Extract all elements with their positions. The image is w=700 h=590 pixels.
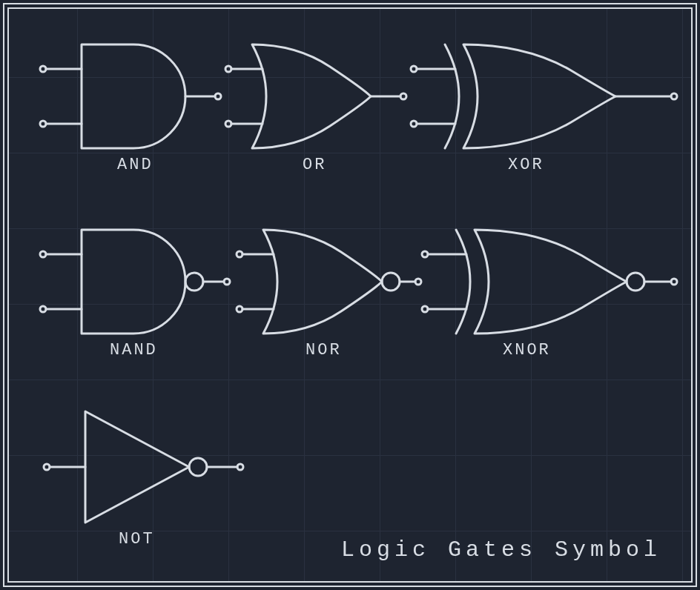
svg-point-9 <box>225 121 231 127</box>
svg-point-39 <box>189 458 207 476</box>
svg-point-36 <box>422 306 428 312</box>
svg-point-11 <box>400 93 406 99</box>
svg-point-13 <box>411 66 417 72</box>
svg-point-18 <box>185 273 203 291</box>
svg-point-34 <box>422 251 428 257</box>
gates-canvas <box>0 0 700 590</box>
svg-point-32 <box>627 273 644 291</box>
svg-point-17 <box>671 93 677 99</box>
svg-point-3 <box>40 121 46 127</box>
svg-point-27 <box>237 251 242 257</box>
svg-point-29 <box>237 306 242 312</box>
svg-point-15 <box>411 121 417 127</box>
and-gate-symbol <box>40 44 221 148</box>
nand-label: NAND <box>110 341 158 359</box>
svg-point-43 <box>237 464 243 470</box>
xor-gate-symbol <box>411 44 677 148</box>
svg-point-24 <box>224 279 230 285</box>
nor-gate-symbol <box>237 230 421 334</box>
xnor-label: XNOR <box>503 341 551 359</box>
svg-point-41 <box>44 464 50 470</box>
nand-gate-symbol <box>40 230 230 334</box>
svg-point-31 <box>415 279 421 285</box>
svg-point-1 <box>40 66 46 72</box>
svg-point-20 <box>40 251 46 257</box>
xor-label: XOR <box>508 156 544 174</box>
or-label: OR <box>303 156 326 174</box>
and-label: AND <box>117 156 153 174</box>
nor-label: NOR <box>306 341 342 359</box>
svg-point-22 <box>40 306 46 312</box>
svg-point-7 <box>225 66 231 72</box>
not-gate-symbol <box>44 411 243 523</box>
diagram-title: Logic Gates Symbol <box>341 537 661 563</box>
or-gate-symbol <box>225 44 406 148</box>
svg-point-25 <box>382 273 400 291</box>
svg-point-38 <box>671 279 677 285</box>
svg-point-5 <box>215 93 221 99</box>
xnor-gate-symbol <box>422 230 677 334</box>
not-label: NOT <box>119 530 155 548</box>
